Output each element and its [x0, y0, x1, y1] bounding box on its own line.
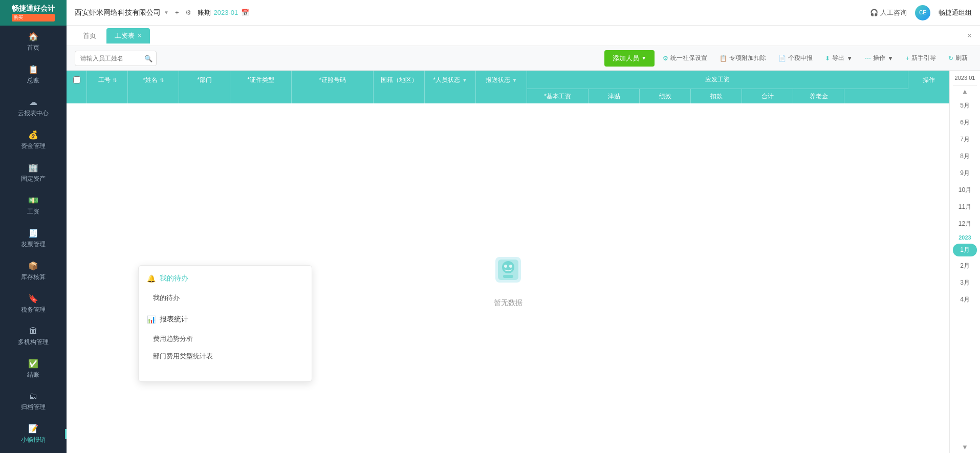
timeline-up-btn[interactable]: ▲	[960, 85, 970, 97]
salary-table: 工号⇅ *姓名⇅ *部门 *证件类型 *证照号码 国籍（地区） *人员状态▼ 报…	[67, 71, 949, 453]
nav-label-0: 首页	[27, 44, 39, 52]
timeline-month-3[interactable]: 8月	[950, 148, 980, 165]
sidebar-nav: 🏠首页📋总账☁云报表中心💰资金管理🏢固定资产💵工资🧾发票管理📦库存核算🔖税务管理…	[0, 26, 67, 453]
support-button[interactable]: 🎧 人工咨询	[870, 8, 907, 17]
popup-section-todo: 🔔 我的待办 我的待办	[147, 274, 303, 307]
th-name: *姓名⇅	[128, 71, 179, 89]
timeline-month-1[interactable]: 6月	[950, 114, 980, 131]
export-dropdown-icon: ▼	[846, 55, 853, 62]
timeline-month-12[interactable]: 4月	[950, 291, 980, 308]
period-info: 账期 2023-01 📅	[198, 8, 250, 17]
company-name: 西安虾米网络科技有限公司	[75, 8, 161, 17]
tab-salary[interactable]: 工资表 ×	[106, 28, 150, 44]
sidebar-item-税务管理[interactable]: 🔖税务管理	[0, 288, 67, 320]
refresh-btn[interactable]: ↻ 刷新	[944, 54, 972, 62]
export-btn[interactable]: ⬇ 导出 ▼	[821, 54, 857, 62]
send-filter-icon[interactable]: ▼	[512, 77, 517, 83]
nav-icon-3: 💰	[28, 130, 38, 140]
sidebar-item-结账[interactable]: ✅结账	[0, 353, 67, 385]
th-nation: 国籍（地区）	[374, 71, 425, 89]
timeline-year: 2023	[950, 232, 980, 243]
timeline-down-btn[interactable]: ▼	[960, 441, 970, 453]
operations-label: 操作	[873, 54, 885, 62]
refresh-icon: ↻	[948, 55, 953, 62]
social-security-btn[interactable]: ⚙ 统一社保设置	[659, 54, 711, 62]
operations-btn[interactable]: ⋯ 操作 ▼	[861, 54, 898, 62]
tab-home[interactable]: 首页	[75, 28, 104, 44]
main-content: 西安虾米网络科技有限公司 ▼ + ⚙ 账期 2023-01 📅 🎧 人工咨询 C…	[67, 0, 980, 453]
window-close-button[interactable]: ×	[967, 31, 972, 40]
nav-icon-4: 🏢	[28, 163, 38, 172]
sidebar-item-发票管理[interactable]: 🧾发票管理	[0, 222, 67, 255]
timeline-month-11[interactable]: 3月	[950, 274, 980, 291]
new-guide-btn[interactable]: + 新手引导	[902, 54, 940, 62]
th-checkbox[interactable]	[67, 71, 87, 89]
sidebar-item-库存核算[interactable]: 📦库存核算	[0, 255, 67, 288]
header-settings-btn[interactable]: ⚙	[185, 9, 191, 16]
popup-item-my-todo[interactable]: 我的待办	[147, 289, 303, 307]
sidebar-item-多机构管理[interactable]: 🏛多机构管理	[0, 320, 67, 353]
svg-point-2	[502, 261, 514, 273]
sidebar-item-固定资产[interactable]: 🏢固定资产	[0, 157, 67, 189]
header-add-btn[interactable]: +	[175, 9, 179, 16]
timeline-month-5[interactable]: 10月	[950, 182, 980, 199]
svg-point-5	[509, 265, 512, 268]
popup-section-reports: 📊 报表统计 费用趋势分析 部门费用类型统计表	[147, 315, 303, 365]
sidebar-item-总账[interactable]: 📋总账	[0, 58, 67, 91]
tab-close-icon[interactable]: ×	[138, 32, 142, 39]
period-value: 2023-01	[214, 9, 238, 16]
tax-report-label: 个税申报	[788, 54, 813, 62]
logo-badge: 购买	[12, 14, 55, 21]
popup-item-dept-cost[interactable]: 部门费用类型统计表	[147, 348, 303, 365]
svg-rect-3	[503, 275, 513, 278]
sidebar-item-基础设置[interactable]: ⚙基础设置	[0, 450, 67, 453]
period-label: 账期	[198, 8, 211, 17]
timeline-month-4[interactable]: 9月	[950, 165, 980, 182]
sidebar-item-云报表中心[interactable]: ☁云报表中心	[0, 91, 67, 124]
social-icon: ⚙	[663, 55, 668, 62]
select-all-checkbox[interactable]	[73, 76, 80, 83]
timeline-scroll[interactable]: 5月6月7月8月9月10月11月12月20231月2月3月4月	[950, 97, 980, 441]
timeline-header: 2023.01	[953, 71, 977, 85]
timeline-month-9[interactable]: 1月	[953, 244, 977, 256]
th-number: 工号⇅	[87, 71, 128, 89]
timeline-month-2[interactable]: 7月	[950, 131, 980, 148]
timeline-month-7[interactable]: 12月	[950, 215, 980, 232]
nav-icon-10: ✅	[28, 359, 38, 369]
avatar-initials: CE	[919, 10, 926, 15]
name-sort-icon[interactable]: ⇅	[160, 77, 164, 83]
popup-item-cost-trend[interactable]: 费用趋势分析	[147, 330, 303, 348]
th-deduct: 扣款	[691, 89, 742, 103]
th-total: 合计	[742, 89, 793, 103]
empty-text: 暂无数据	[494, 298, 522, 308]
nav-icon-0: 🏠	[28, 32, 38, 41]
timeline-month-0[interactable]: 5月	[950, 97, 980, 114]
timeline-panel: 2023.01 ▲ 5月6月7月8月9月10月11月12月20231月2月3月4…	[949, 71, 980, 453]
search-icon: 🔍	[144, 54, 153, 62]
tax-report-btn[interactable]: 📄 个税申报	[774, 54, 817, 62]
empty-icon	[488, 249, 529, 290]
th-pension: 养老金	[793, 89, 844, 103]
add-people-button[interactable]: 添加人员 ▼	[604, 50, 655, 67]
status-filter-icon[interactable]: ▼	[462, 77, 467, 83]
app-logo: 畅捷通好会计 购买	[0, 0, 67, 26]
support-label: 人工咨询	[880, 8, 907, 17]
th-allowance: 津贴	[589, 89, 640, 103]
sidebar-item-小畅报销[interactable]: 📝小畅报销	[0, 418, 67, 450]
th-salary-group: 应发工资	[527, 71, 908, 89]
timeline-month-6[interactable]: 11月	[950, 199, 980, 215]
sidebar-item-归档管理[interactable]: 🗂归档管理	[0, 385, 67, 418]
company-selector[interactable]: 西安虾米网络科技有限公司 ▼	[75, 8, 169, 17]
calendar-icon[interactable]: 📅	[241, 9, 249, 16]
reports-icon: 📊	[147, 315, 156, 323]
timeline-month-10[interactable]: 2月	[950, 257, 980, 274]
th-base-salary: *基本工资	[527, 89, 589, 103]
th-status: *人员状态▼	[425, 71, 476, 89]
sort-icon[interactable]: ⇅	[113, 77, 117, 83]
nav-icon-2: ☁	[29, 97, 37, 107]
sidebar-item-资金管理[interactable]: 💰资金管理	[0, 124, 67, 157]
sidebar-item-工资[interactable]: 💵工资	[0, 189, 67, 222]
user-name: 畅捷通组组	[939, 8, 972, 17]
special-deduct-btn[interactable]: 📋 专项附加扣除	[715, 54, 770, 62]
sidebar-item-首页[interactable]: 🏠首页	[0, 26, 67, 58]
